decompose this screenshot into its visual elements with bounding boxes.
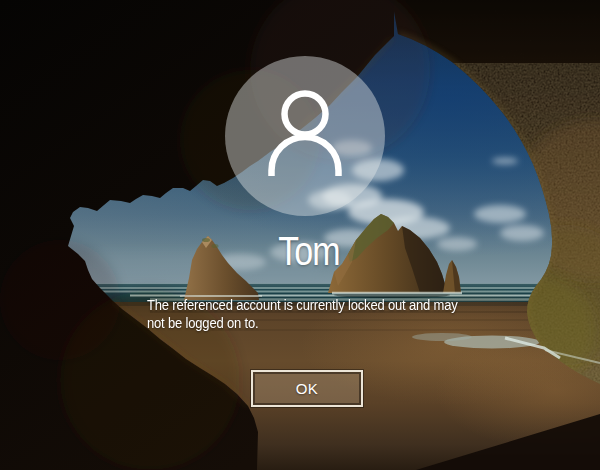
lockout-message-line1: The referenced account is currently lock…	[147, 297, 458, 315]
lockout-message: The referenced account is currently lock…	[147, 297, 458, 332]
user-silhouette-icon	[225, 56, 385, 216]
user-avatar	[225, 56, 385, 216]
username: Tom	[278, 231, 340, 271]
lock-screen: Tom The referenced account is currently …	[0, 0, 600, 470]
ok-button[interactable]: OK	[251, 370, 363, 407]
lockout-message-line2: not be logged on to.	[147, 315, 458, 333]
